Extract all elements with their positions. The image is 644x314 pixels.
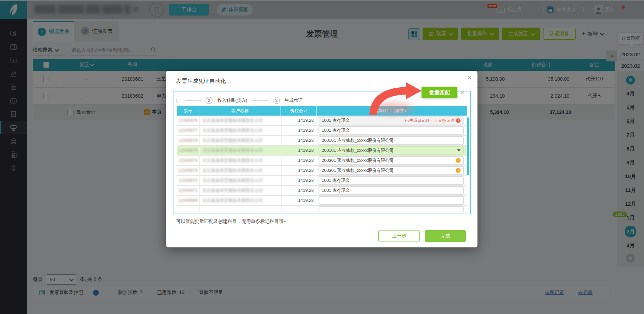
step3-label: 生成凭证 [285, 97, 303, 104]
cell-amount: 1419.28 [281, 116, 317, 125]
step3-circle: 3 [273, 97, 280, 104]
ticket-no-blurred: 12345669 [179, 198, 198, 203]
warning-icon: ! [456, 168, 461, 173]
account-select[interactable] [319, 196, 464, 205]
arrow-shadow [371, 102, 413, 114]
account-select[interactable]: 200101 应收账款_xxxxx股份有限公司 [319, 136, 464, 145]
step-divider [252, 100, 268, 101]
customer-name-blurred: 北京某某商贸股份有限责任公司 [202, 168, 263, 174]
previous-step-button[interactable]: 上一步 [378, 230, 420, 242]
account-select[interactable]: 200301 预收账款_xxxxx股份有限公司! [319, 156, 464, 165]
modal-table-row: 12345669 北京某某商贸股份有限责任公司 1419.28 [177, 196, 467, 206]
customer-name-blurred: 北京某某商贸股份有限责任公司 [202, 118, 263, 124]
account-select[interactable]: 200101 应收账款_xxxxx股份有限公司 [319, 146, 464, 155]
modal-table-row: 12345673 北京某某商贸股份有限责任公司 1419.28 200301 预… [177, 166, 467, 176]
account-select[interactable]: 200301 预收账款_xxxxx股份有限公司! [319, 166, 464, 175]
cell-amount: 1419.28 [281, 146, 317, 155]
ticket-no-blurred: 12345676 [179, 138, 198, 143]
step2-label: 收入科目(贷方) [217, 97, 247, 104]
customer-name-blurred: 北京某某商贸股份有限责任公司 [202, 148, 263, 154]
cell-amount: 1419.28 [281, 126, 317, 135]
customer-name-blurred: 北京某某商贸股份有限责任公司 [202, 158, 263, 164]
dropdown-caret-icon [457, 149, 461, 151]
locked-note: 已生成日记账，不支持调整! [405, 118, 461, 124]
cell-amount: 1419.28 [281, 166, 317, 175]
cell-amount: 1419.28 [281, 136, 317, 145]
modal-table-row: 12345674 北京某某商贸股份有限责任公司 1419.28 200301 预… [177, 156, 467, 166]
header-amount: 价税合计 [281, 106, 317, 116]
modal-table-row [177, 206, 467, 212]
cell-amount: 1419.28 [281, 176, 317, 185]
warning-icon: ! [456, 158, 461, 163]
ticket-no-blurred: 12345675 [179, 148, 198, 153]
modal-table-row: 12345678 北京某某商贸股份有限责任公司 1419.28 1001 库存现… [177, 116, 467, 126]
step1-cutoff: ） [176, 97, 180, 104]
match-table-header: 票号 客户名称 价税合计 结算科目（借方） [177, 106, 467, 116]
batch-match-button[interactable]: 批量匹配 [422, 87, 457, 98]
voucher-automation-dialog: 发票生成凭证自动化 × ） 2 收入科目(贷方) 3 生成凭证 票号 客户名称 … [166, 71, 477, 247]
account-select[interactable]: 1001 库存现金 [319, 126, 464, 135]
step2-circle: 2 [206, 97, 212, 104]
dialog-close-icon[interactable]: × [467, 73, 472, 82]
customer-name-blurred: 北京某某商贸股份有限责任公司 [202, 138, 263, 144]
ticket-no-blurred: 12345672 [179, 178, 198, 183]
step-divider [185, 100, 201, 101]
dialog-hint: 可以智能批量匹配及创建科目，无需单条标记科目哦~ [176, 218, 286, 225]
header-ticket-no: 票号 [177, 106, 199, 116]
customer-name-blurred: 北京某某商贸股份有限责任公司 [202, 178, 263, 184]
steps-indicator: ） 2 收入科目(贷方) 3 生成凭证 [176, 97, 303, 104]
match-table: 票号 客户名称 价税合计 结算科目（借方） 12345678 北京某某商贸股份有… [177, 106, 467, 212]
ticket-no-blurred: 12345678 [179, 118, 198, 123]
modal-table-row: 12345671 北京某某商贸股份有限责任公司 1419.28 1001 库存现… [177, 186, 467, 196]
cell-amount: 1419.28 [281, 156, 317, 165]
ticket-no-blurred: 12345677 [179, 128, 198, 133]
account-select[interactable]: 1001 库存现金已生成日记账，不支持调整! [319, 116, 464, 125]
customer-name-blurred: 北京某某商贸股份有限责任公司 [202, 128, 263, 134]
scrollbar-thumb[interactable] [467, 117, 469, 175]
finish-button[interactable]: 完成 [425, 230, 466, 242]
ticket-no-blurred: 12345671 [179, 188, 198, 193]
account-select[interactable]: 1001 库存现金 [319, 176, 464, 185]
header-customer-name: 客户名称 [199, 106, 281, 116]
app-root: 工作台 体验新版 NEW 畅会员 在线客服 用友 ¥ [0, 0, 644, 314]
modal-table-body: 12345678 北京某某商贸股份有限责任公司 1419.28 1001 库存现… [177, 116, 467, 212]
error-icon: ! [456, 118, 461, 123]
modal-table-row: 12345675 北京某某商贸股份有限责任公司 1419.28 200101 应… [177, 146, 467, 156]
screenshot-close-icon[interactable]: × [460, 89, 464, 97]
cell-amount: 1419.28 [281, 196, 317, 205]
modal-table-row: 12345672 北京某某商贸股份有限责任公司 1419.28 1001 库存现… [177, 176, 467, 186]
customer-name-blurred: 北京某某商贸股份有限责任公司 [202, 198, 263, 204]
cell-amount: 1419.28 [281, 186, 317, 195]
ticket-no-blurred: 12345674 [179, 158, 198, 163]
dialog-title: 发票生成凭证自动化 [176, 78, 226, 85]
customer-name-blurred: 北京某某商贸股份有限责任公司 [202, 188, 263, 194]
ticket-no-blurred: 12345673 [179, 168, 198, 173]
account-select[interactable]: 1001 库存现金 [319, 186, 464, 195]
modal-table-row: 12345676 北京某某商贸股份有限责任公司 1419.28 200101 应… [177, 136, 467, 146]
modal-table-row: 12345677 北京某某商贸股份有限责任公司 1419.28 1001 库存现… [177, 126, 467, 136]
screenshot-box: ） 2 收入科目(贷方) 3 生成凭证 票号 客户名称 价税合计 结算科目（借方… [173, 91, 471, 214]
